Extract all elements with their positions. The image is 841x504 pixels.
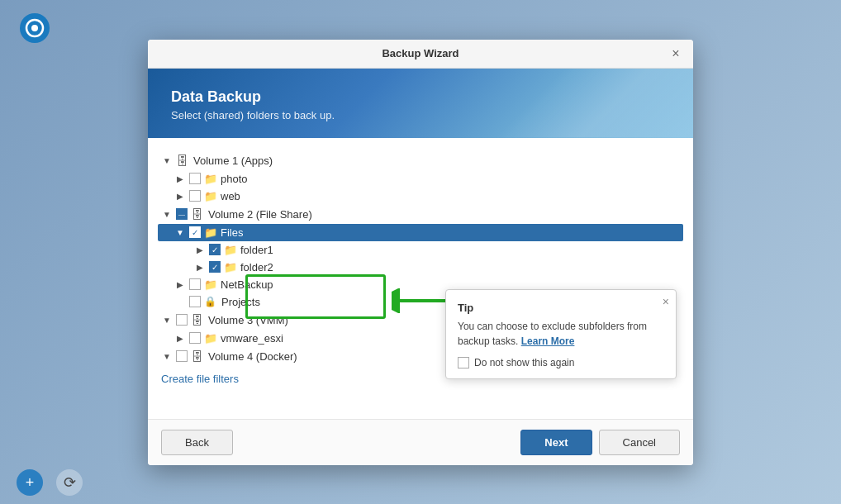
expand-folder2[interactable]: ▶	[194, 261, 206, 273]
expand-files[interactable]: ▼	[174, 226, 186, 238]
checkbox-vol4[interactable]	[176, 350, 188, 362]
expand-vol3[interactable]: ▼	[161, 314, 173, 326]
folder2-label: folder2	[240, 261, 273, 273]
vol3-label: Volume 3 (VMM)	[208, 314, 288, 326]
folder-icon-netbackup: 📁	[204, 278, 217, 291]
volume-icon-vol2: 🗄	[191, 207, 203, 221]
checkbox-folder2[interactable]	[209, 261, 221, 273]
photo-label: photo	[221, 173, 248, 185]
files-label: Files	[221, 226, 243, 239]
expand-vol2[interactable]: ▼	[161, 208, 173, 220]
tip-checkbox-row: Do not show this again	[458, 357, 664, 368]
tree-item-folder2[interactable]: ▶ 📁 folder2	[158, 259, 683, 276]
volume-icon: 🗄	[176, 154, 188, 168]
back-button[interactable]: Back	[161, 430, 233, 455]
tree-item-web[interactable]: ▶ 📁 web	[158, 188, 683, 205]
header-subtitle: Select (shared) folders to back up.	[171, 109, 670, 121]
expand-vol1[interactable]: ▼	[161, 155, 173, 166]
next-button[interactable]: Next	[520, 430, 592, 455]
checkbox-vol3[interactable]	[176, 314, 188, 326]
vol1-label: Volume 1 (Apps)	[193, 155, 273, 167]
checkbox-photo[interactable]	[189, 173, 201, 184]
header-title: Data Backup	[171, 88, 670, 106]
tip-close-button[interactable]: ×	[663, 295, 669, 308]
folder-icon-files: 📁	[204, 226, 217, 239]
folder-icon-folder2: 📁	[224, 261, 237, 273]
folder-icon-vmware: 📁	[204, 332, 217, 345]
add-button[interactable]: +	[17, 469, 43, 496]
tip-title: Tip	[458, 302, 664, 314]
vmware-label: vmware_esxi	[221, 332, 283, 345]
checkbox-projects[interactable]	[189, 296, 201, 307]
expand-vmware[interactable]: ▶	[174, 332, 186, 344]
expand-vol4[interactable]: ▼	[161, 350, 173, 362]
app-logo	[20, 13, 50, 43]
folder-icon-folder1: 📁	[224, 244, 237, 256]
folder-icon-photo: 📁	[204, 173, 217, 185]
svg-point-2	[31, 25, 38, 31]
expand-photo[interactable]: ▶	[174, 173, 186, 184]
desktop: + ⟳ Backup Wizard × Data Backup Select (…	[0, 0, 841, 504]
tip-learn-more-link[interactable]: Learn More	[521, 335, 575, 347]
backup-wizard-modal: Backup Wizard × Data Backup Select (shar…	[148, 40, 693, 465]
tree-item-photo[interactable]: ▶ 📁 photo	[158, 170, 683, 188]
checkbox-files[interactable]	[189, 226, 201, 238]
expand-web[interactable]: ▶	[174, 190, 186, 202]
tip-text: You can choose to exclude subfolders fro…	[458, 319, 664, 349]
tip-do-not-show-label: Do not show this again	[474, 357, 574, 368]
tree-item-folder1[interactable]: ▶ 📁 folder1	[158, 241, 683, 259]
taskbar: + ⟳	[17, 469, 83, 496]
modal-close-button[interactable]: ×	[668, 46, 683, 61]
volume-icon-vol4: 🗄	[191, 349, 203, 364]
vol2-label: Volume 2 (File Share)	[208, 208, 312, 221]
history-button[interactable]: ⟳	[56, 469, 83, 496]
web-label: web	[221, 190, 240, 202]
lock-icon: 🔒	[204, 296, 216, 307]
tree-item-vol2[interactable]: ▼ 🗄 Volume 2 (File Share)	[158, 205, 683, 224]
folder-icon-web: 📁	[204, 190, 217, 202]
checkbox-folder1[interactable]	[209, 244, 221, 255]
folder1-label: folder1	[240, 244, 273, 256]
netbackup-label: NetBackup	[221, 278, 273, 291]
tree-item-vol1[interactable]: ▼ 🗄 Volume 1 (Apps)	[158, 151, 683, 170]
expand-netbackup[interactable]: ▶	[174, 278, 186, 290]
checkbox-web[interactable]	[189, 190, 201, 202]
modal-title-label: Backup Wizard	[173, 47, 668, 59]
volume-icon-vol3: 🗄	[191, 313, 203, 327]
tree-item-files[interactable]: ▼ 📁 Files	[158, 224, 683, 241]
checkbox-vol2[interactable]	[176, 208, 188, 220]
tip-do-not-show-checkbox[interactable]	[458, 357, 469, 368]
modal-titlebar: Backup Wizard ×	[148, 40, 693, 69]
cancel-button[interactable]: Cancel	[599, 430, 680, 455]
modal-header: Data Backup Select (shared) folders to b…	[148, 69, 693, 138]
tip-popup: × Tip You can choose to exclude subfolde…	[445, 289, 677, 379]
modal-footer: Back Next Cancel	[148, 419, 693, 465]
expand-folder1[interactable]: ▶	[194, 244, 206, 255]
modal-content: ▼ 🗄 Volume 1 (Apps) ▶ 📁 photo ▶ 📁 web	[148, 138, 693, 419]
checkbox-vmware[interactable]	[189, 332, 201, 344]
checkbox-netbackup[interactable]	[189, 278, 201, 290]
projects-label: Projects	[221, 296, 260, 308]
vol4-label: Volume 4 (Docker)	[208, 350, 297, 363]
